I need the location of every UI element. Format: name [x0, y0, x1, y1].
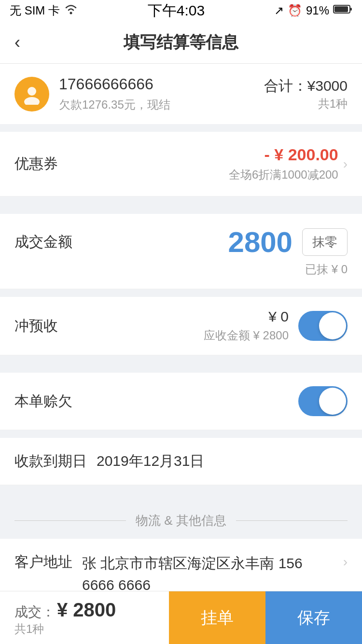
deal-amount-value: 2800	[228, 225, 292, 259]
prepayment-sub: 应收金额 ¥ 2800	[204, 328, 289, 343]
deal-amount-row: 成交金额 2800 抹零	[14, 225, 348, 259]
back-button[interactable]: ‹	[14, 32, 20, 53]
status-time: 下午4:03	[148, 1, 205, 21]
address-label: 客户地址	[14, 552, 72, 572]
address-value: 张 北京市市辖区海淀区永丰南 156 6666 6666	[82, 552, 338, 596]
section-separator-2	[0, 363, 362, 373]
prepayment-right: ¥ 0 应收金额 ¥ 2800	[204, 308, 348, 343]
alarm-icon: ⏰	[288, 4, 302, 17]
bottom-deal-amount: ¥ 2800	[57, 599, 116, 621]
save-button[interactable]: 保存	[265, 591, 362, 644]
svg-point-4	[28, 87, 36, 96]
bottom-deal-count: 共1种	[14, 621, 154, 637]
wifi-icon	[64, 4, 78, 17]
status-bar: 无 SIM 卡 下午4:03 ↗ ⏰ 91%	[0, 0, 362, 21]
location-icon: ↗	[274, 4, 284, 17]
prepayment-toggle-knob	[319, 312, 346, 339]
customer-right: 合计：¥3000 共1种	[264, 76, 348, 112]
customer-info-text: 17666666666 欠款1276.35元，现结	[59, 75, 170, 112]
customer-left: 17666666666 欠款1276.35元，现结	[14, 75, 170, 112]
prepayment-value: ¥ 0	[268, 308, 289, 325]
section-separator-1	[0, 204, 362, 214]
bottom-actions: 挂单 保存	[169, 591, 362, 644]
total-count: 共1种	[264, 96, 348, 112]
chevron-right-icon: ›	[343, 156, 348, 172]
debit-label: 本单赊欠	[14, 392, 72, 411]
logistics-line-right	[236, 520, 348, 521]
logistics-line-left	[14, 520, 126, 521]
bottom-bar: 成交： ¥ 2800 共1种 挂单 保存	[0, 591, 362, 644]
deal-amount-section: 成交金额 2800 抹零 已抹 ¥ 0	[0, 214, 362, 289]
logistics-section-header: 物流 & 其他信息	[0, 503, 362, 539]
bottom-deal-label: 成交：	[14, 603, 55, 621]
due-date-value: 2019年12月31日	[97, 451, 204, 471]
page-title: 填写结算等信息	[124, 31, 238, 54]
prepayment-toggle[interactable]	[298, 311, 348, 341]
prepayment-row: 冲预收 ¥ 0 应收金额 ¥ 2800	[0, 297, 362, 355]
deal-amount-sub: 已抹 ¥ 0	[14, 262, 348, 277]
svg-point-0	[70, 12, 72, 14]
deal-amount-right: 2800 抹零	[228, 225, 348, 259]
section-separator-3	[0, 493, 362, 503]
nav-bar: ‹ 填写结算等信息	[0, 21, 362, 64]
logistics-title: 物流 & 其他信息	[136, 512, 226, 529]
round-zero-button[interactable]: 抹零	[302, 228, 348, 256]
no-sim-text: 无 SIM 卡	[10, 3, 60, 18]
prepayment-label: 冲预收	[14, 316, 58, 336]
coupon-discount: - ¥ 200.00	[265, 145, 338, 164]
coupon-label: 优惠券	[14, 154, 58, 174]
hang-button[interactable]: 挂单	[169, 591, 265, 644]
status-right: ↗ ⏰ 91%	[274, 4, 352, 17]
battery-icon	[333, 4, 352, 17]
total-amount: 合计：¥3000	[264, 76, 348, 96]
bottom-summary: 成交： ¥ 2800 共1种	[0, 599, 169, 637]
customer-info-card: 17666666666 欠款1276.35元，现结 合计：¥3000 共1种	[0, 64, 362, 124]
coupon-right: - ¥ 200.00 全场6折满1000减200	[229, 145, 338, 182]
deal-amount-label: 成交金额	[14, 232, 72, 252]
coupon-desc: 全场6折满1000减200	[229, 167, 338, 182]
prepayment-values: ¥ 0 应收金额 ¥ 2800	[204, 308, 289, 343]
svg-rect-2	[334, 6, 348, 12]
customer-debt: 欠款1276.35元，现结	[59, 97, 170, 112]
due-date-label: 收款到期日	[14, 451, 87, 471]
debit-toggle-knob	[319, 388, 346, 415]
avatar	[14, 77, 49, 112]
address-chevron-icon: ›	[343, 552, 348, 570]
due-date-row: 收款到期日 2019年12月31日	[0, 438, 362, 485]
svg-point-5	[24, 97, 40, 105]
customer-phone: 17666666666	[59, 75, 170, 93]
svg-rect-3	[350, 8, 352, 11]
status-left: 无 SIM 卡	[10, 3, 78, 18]
coupon-row[interactable]: 优惠券 - ¥ 200.00 全场6折满1000减200 ›	[0, 132, 362, 196]
debit-row: 本单赊欠	[0, 373, 362, 430]
debit-toggle[interactable]	[298, 386, 348, 416]
battery-text: 91%	[306, 4, 329, 17]
